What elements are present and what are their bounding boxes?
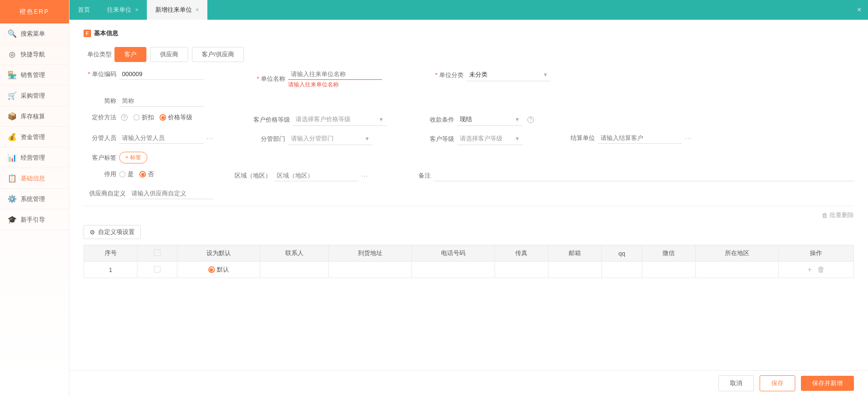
batch-delete-label: 批量删除 xyxy=(830,211,854,219)
sidebar: 橙色ERP 🔍 搜索菜单 ◎ 快捷导航 🏪 销售管理 🛒 采购管理 📦 库存核算… xyxy=(0,0,69,396)
cell-contact xyxy=(260,262,329,278)
tab-partner[interactable]: 往来单位 × xyxy=(99,0,147,20)
tab-partner-close[interactable]: × xyxy=(135,7,138,13)
select-all-checkbox[interactable] xyxy=(154,249,160,256)
unit-category-select[interactable]: 未分类 ▼ xyxy=(466,69,551,81)
customer-price-level-select[interactable]: 请选择客户价格等级 ▼ xyxy=(293,113,387,126)
pricing-help-icon[interactable]: ? xyxy=(121,114,128,121)
col-default: 设为默认 xyxy=(177,245,260,262)
sidebar-label-sales: 销售管理 xyxy=(21,71,45,79)
type-btn-both[interactable]: 客户/供应商 xyxy=(192,47,244,62)
disable-radio-group: 是 否 xyxy=(119,170,154,179)
payment-terms-help-icon[interactable]: ? xyxy=(527,116,534,123)
logo-text: 橙色ERP xyxy=(20,8,49,16)
row-default-label: 默认 xyxy=(217,265,229,274)
sidebar-item-operation[interactable]: 📊 经营管理 xyxy=(0,148,69,168)
radio-disable-yes[interactable]: 是 xyxy=(119,170,134,179)
sidebar-label-guide: 新手引导 xyxy=(21,216,45,224)
customer-level-select[interactable]: 请选择客户等级 ▼ xyxy=(457,132,523,145)
abbr-label: 简称 xyxy=(84,97,116,105)
payment-terms-select[interactable]: 现结 ▼ xyxy=(457,113,523,126)
radio-disable-no[interactable]: 否 xyxy=(139,170,154,179)
remark-field: 备注 xyxy=(412,170,854,181)
region-input[interactable] xyxy=(274,170,358,181)
tag-add-button[interactable]: + 标签 xyxy=(119,152,147,163)
manager-input[interactable] xyxy=(119,132,204,144)
tab-partner-label: 往来单位 xyxy=(107,6,131,14)
customer-level-field: 客户等级 请选择客户等级 ▼ xyxy=(421,132,553,145)
customer-price-level-field: 客户价格等级 请选择客户价格等级 ▼ xyxy=(252,113,412,126)
unit-name-input[interactable] xyxy=(288,69,382,80)
save-button[interactable]: 保存 xyxy=(760,375,795,391)
tab-close-all[interactable]: × xyxy=(851,6,868,14)
sidebar-item-guide[interactable]: 🎓 新手引导 xyxy=(0,210,69,230)
custom-settings-button[interactable]: ⚙ 自定义项设置 xyxy=(84,225,141,239)
cell-checkbox xyxy=(137,262,177,278)
manager-label: 分管人员 xyxy=(84,134,116,142)
unit-name-field: 单位名称 请输入往来单位名称 xyxy=(252,69,412,89)
payment-terms-label: 收款条件 xyxy=(421,116,454,124)
sidebar-item-inventory[interactable]: 📦 库存核算 xyxy=(0,106,69,127)
radio-disable-yes-circle xyxy=(119,171,126,178)
unit-code-field: 单位编码 xyxy=(84,69,234,80)
tab-new-partner-close[interactable]: × xyxy=(196,7,199,13)
cell-default: 默认 xyxy=(177,262,260,278)
code-name-row: 单位编码 单位名称 请输入往来单位名称 单位分类 未分类 ▼ xyxy=(84,69,854,89)
save-add-button[interactable]: 保存并新增 xyxy=(801,376,854,391)
unit-category-value: 未分类 xyxy=(469,70,487,79)
batch-delete-btn[interactable]: 🗑 批量删除 xyxy=(822,211,854,219)
sidebar-item-purchase[interactable]: 🛒 采购管理 xyxy=(0,85,69,106)
row-checkbox[interactable] xyxy=(154,266,160,272)
col-address: 到货地址 xyxy=(328,245,411,262)
row-delete-btn[interactable]: 🗑 xyxy=(815,265,827,273)
type-btn-supplier[interactable]: 供应商 xyxy=(150,47,188,62)
unit-category-label: 单位分类 xyxy=(431,71,464,79)
custom-settings-label: 自定义项设置 xyxy=(98,228,135,236)
radio-disable-no-dot xyxy=(141,173,145,176)
section-title: F 基本信息 xyxy=(84,29,854,38)
cell-wechat xyxy=(642,262,695,278)
abbr-row: 简称 xyxy=(84,95,854,107)
unit-code-input[interactable] xyxy=(119,69,204,80)
sidebar-item-system[interactable]: ⚙️ 系统管理 xyxy=(0,189,69,210)
radio-discount[interactable]: 折扣 xyxy=(133,113,154,122)
disable-region-row: 停用 是 否 区域（地区） ··· xyxy=(84,170,854,181)
manager-more-btn[interactable]: ··· xyxy=(206,134,213,142)
sidebar-item-basic[interactable]: 📋 基础信息 xyxy=(0,168,69,189)
radio-price-level[interactable]: 价格等级 xyxy=(160,113,192,122)
tab-new-partner[interactable]: 新增往来单位 × xyxy=(147,0,207,20)
form-divider xyxy=(84,206,854,206)
tab-new-partner-label: 新增往来单位 xyxy=(155,6,192,14)
abbr-field: 简称 xyxy=(84,95,234,107)
customer-price-level-label: 客户价格等级 xyxy=(252,116,290,124)
disable-field: 停用 是 否 xyxy=(84,170,215,179)
tab-home[interactable]: 首页 xyxy=(69,0,99,20)
row-add-btn[interactable]: + xyxy=(806,265,814,273)
department-select[interactable]: 请输入分管部门 ▼ xyxy=(288,132,373,145)
region-more-btn[interactable]: ··· xyxy=(361,172,368,179)
sidebar-item-sales[interactable]: 🏪 销售管理 xyxy=(0,65,69,85)
cancel-button[interactable]: 取消 xyxy=(718,375,754,391)
inventory-icon: 📦 xyxy=(8,112,17,121)
remark-input[interactable] xyxy=(434,170,854,181)
settlement-more-btn[interactable]: ··· xyxy=(685,134,692,142)
row-default-radio[interactable]: 默认 xyxy=(182,265,255,274)
customer-price-level-arrow: ▼ xyxy=(379,116,384,122)
sidebar-item-search[interactable]: 🔍 搜索菜单 xyxy=(0,23,69,44)
payment-terms-arrow: ▼ xyxy=(515,116,520,122)
cell-fax xyxy=(495,262,548,278)
col-fax: 传真 xyxy=(495,245,548,262)
tab-home-label: 首页 xyxy=(78,6,90,14)
supplier-custom-input[interactable] xyxy=(129,188,213,199)
cell-region xyxy=(695,262,778,278)
radio-discount-circle xyxy=(133,114,140,121)
pricing-radio-group: 折扣 价格等级 xyxy=(133,113,192,122)
abbr-input[interactable] xyxy=(119,95,204,107)
sidebar-item-finance[interactable]: 💰 资金管理 xyxy=(0,127,69,148)
sidebar-item-quick-nav[interactable]: ◎ 快捷导航 xyxy=(0,44,69,65)
settlement-input[interactable] xyxy=(598,132,682,144)
manager-row: 分管人员 ··· 分管部门 请输入分管部门 ▼ 客户等级 请选择客户等级 ▼ 结… xyxy=(84,132,854,145)
type-btn-customer[interactable]: 客户 xyxy=(114,47,146,62)
unit-name-error: 请输入往来单位名称 xyxy=(288,81,382,89)
pricing-label: 定价方法 xyxy=(84,113,116,122)
